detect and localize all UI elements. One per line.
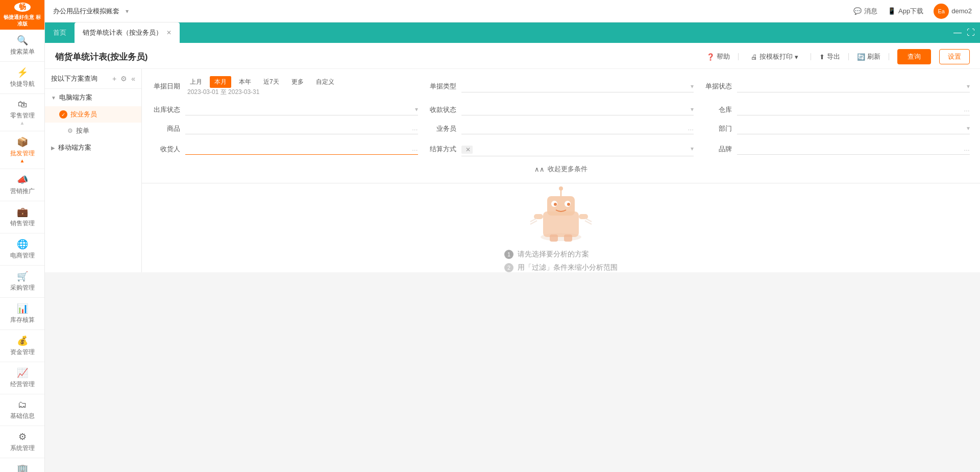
nav-dropdown-icon[interactable]: ▾ <box>126 8 129 15</box>
scheme-collapse-icon[interactable]: « <box>131 75 135 83</box>
tip-text-2: 用「过滤」条件来缩小分析范围 <box>518 263 618 272</box>
settlement-clear-tag: ✕ <box>461 146 473 154</box>
mobile-group[interactable]: ▶ 移动端方案 <box>45 139 141 156</box>
doc-type-control[interactable]: ▾ <box>461 81 694 92</box>
app-download-btn[interactable]: 📱 App下载 <box>888 7 923 16</box>
message-btn[interactable]: 💬 消息 <box>853 7 877 16</box>
warehouse-label: 仓库 <box>704 105 732 114</box>
settings-button[interactable]: 设置 <box>939 49 970 64</box>
scheme-item-label: 按业务员 <box>70 110 97 119</box>
app-download-label: App下载 <box>898 7 923 16</box>
sales-icon: 💼 <box>17 206 28 218</box>
app-logo[interactable]: 畅 畅捷通好生意 标准版 <box>0 0 44 30</box>
scheme-add-icon[interactable]: + <box>112 75 116 83</box>
sidebar-item-label: 销售管理 <box>10 219 35 228</box>
dept-item: 部门 ▾ <box>704 123 970 134</box>
scheme-panel: 按以下方案查询 + ⚙ « ▼ 电脑端方案 ✓ 按业务员 <box>45 69 142 272</box>
tab-sales-stat[interactable]: 销货单统计表（按业务员） ✕ <box>75 22 180 43</box>
avatar: Ea <box>934 4 949 19</box>
svg-point-12 <box>559 186 563 191</box>
refresh-btn[interactable]: 🔄 刷新 <box>857 52 880 61</box>
salesperson-control[interactable]: … <box>461 123 694 134</box>
scheme-panel-header: 按以下方案查询 + ⚙ « <box>45 69 141 89</box>
doc-type-label: 单据类型 <box>428 82 456 91</box>
system-icon: ⚙ <box>18 431 27 442</box>
query-button[interactable]: 查询 <box>897 49 931 64</box>
tab-maximize-icon[interactable]: ⛶ <box>967 28 975 37</box>
salesperson-item: 业务员 … <box>428 123 694 134</box>
salesperson-label: 业务员 <box>428 124 456 133</box>
doc-status-control[interactable]: ▾ <box>737 81 970 92</box>
shopping-icon: 🛍 <box>18 99 27 110</box>
date-btn-7days[interactable]: 近7天 <box>259 76 284 88</box>
brand-label: 品牌 <box>704 145 732 154</box>
desktop-group-header[interactable]: ▼ 电脑端方案 <box>45 89 141 106</box>
tabbar: 首页 销货单统计表（按业务员） ✕ — ⛶ <box>45 22 980 43</box>
sidebar-item-marketing[interactable]: 📣 营销推广 <box>0 169 44 201</box>
sidebar-item-system[interactable]: ⚙ 系统管理 <box>0 426 44 458</box>
date-btn-last-month[interactable]: 上月 <box>185 76 207 88</box>
tab-minimize-icon[interactable]: — <box>953 28 962 37</box>
scheme-settings-icon[interactable]: ⚙ <box>120 75 127 83</box>
desktop-group-arrow: ▼ <box>51 95 56 101</box>
date-btn-this-month[interactable]: 本月 <box>210 76 231 88</box>
collapse-conditions-btn[interactable]: ∧∧ 收起更多条件 <box>152 159 970 176</box>
date-btn-this-year[interactable]: 本年 <box>234 76 256 88</box>
sidebar-item-basic[interactable]: 🗂 基础信息 <box>0 394 44 426</box>
sidebar-item-inventory[interactable]: 📊 库存核算 <box>0 298 44 330</box>
refresh-icon: 🔄 <box>857 53 865 61</box>
date-btn-more[interactable]: 更多 <box>287 76 308 88</box>
sidebar-item-finance[interactable]: 💰 资金管理 <box>0 330 44 362</box>
svg-rect-8 <box>579 214 588 219</box>
scheme-group-desktop: ▼ 电脑端方案 ✓ 按业务员 ⚙ 按单 ▶ 移动端方案 <box>45 89 141 156</box>
sidebar-item-label: 资金管理 <box>10 348 35 357</box>
sidebar-item-wholesale[interactable]: 📦 批发管理 ▲ <box>0 131 44 169</box>
desktop-group-label: 电脑端方案 <box>59 93 92 102</box>
user-name: demo2 <box>951 7 972 15</box>
tip-num-2: 2 <box>504 263 513 272</box>
sidebar-item-purchase[interactable]: 🛒 采购管理 <box>0 266 44 298</box>
export-icon: ⬆ <box>819 53 825 61</box>
warehouse-control[interactable]: … <box>737 104 970 115</box>
topnav: 办公用品行业模拟账套 ▾ 💬 消息 📱 App下载 Ea demo2 <box>45 0 980 22</box>
scheme-item-by-order[interactable]: ⚙ 按单 <box>45 123 141 139</box>
sidebar-item-search[interactable]: 🔍 搜索菜单 <box>0 30 44 62</box>
workspace: 按以下方案查询 + ⚙ « ▼ 电脑端方案 ✓ 按业务员 <box>45 69 980 272</box>
enterprise-icon: 🏢 <box>17 463 28 472</box>
goods-control[interactable]: … <box>185 123 418 134</box>
lightning-icon: ⚡ <box>17 67 28 78</box>
scheme-item-by-salesperson[interactable]: ✓ 按业务员 <box>45 106 141 123</box>
settlement-control[interactable]: ✕ ▾ <box>461 141 694 156</box>
dept-control[interactable]: ▾ <box>737 123 970 134</box>
tab-close-icon[interactable]: ✕ <box>166 29 172 36</box>
user-menu[interactable]: Ea demo2 <box>934 4 972 19</box>
tab-home[interactable]: 首页 <box>45 22 75 43</box>
sidebar-item-sales[interactable]: 💼 销售管理 <box>0 201 44 233</box>
logo-icon: 畅 <box>14 3 31 12</box>
consignee-control[interactable]: … <box>185 143 418 155</box>
sidebar-item-quicknav[interactable]: ⚡ 快捷导航 <box>0 62 44 94</box>
payment-control[interactable]: ▾ <box>461 104 694 115</box>
doc-status-item: 单据状态 ▾ <box>704 76 970 97</box>
consignee-item: 收货人 … <box>152 141 418 156</box>
dept-label: 部门 <box>704 124 732 133</box>
settlement-clear-btn[interactable]: ✕ <box>465 146 471 153</box>
brand-control[interactable]: … <box>737 143 970 155</box>
sidebar-item-enterprise[interactable]: 🏢 企业协同 <box>0 458 44 472</box>
out-status-control[interactable]: ▾ <box>185 104 418 115</box>
sidebar-item-operations[interactable]: 📈 经营管理 <box>0 362 44 394</box>
consignee-more-icon: … <box>412 145 418 152</box>
sidebar-item-label: 快捷导航 <box>10 80 35 88</box>
box-icon: 📦 <box>17 136 28 148</box>
export-btn[interactable]: ⬆ 导出 <box>819 52 840 61</box>
help-btn[interactable]: ❓ 帮助 <box>706 52 730 61</box>
out-status-item: 出库状态 ▾ <box>152 104 418 115</box>
ops-icon: 📈 <box>17 367 28 379</box>
sidebar-item-retail[interactable]: 🛍 零售管理 ▲ <box>0 94 44 131</box>
date-btn-custom[interactable]: 自定义 <box>311 76 339 88</box>
empty-tip-1: 1 请先选择要分析的方案 <box>504 250 618 259</box>
collapse-arrow-up-icon: ∧∧ <box>534 166 545 173</box>
print-template-btn[interactable]: 🖨 按模板打印 ▾ <box>747 50 802 63</box>
tab-sales-stat-label: 销货单统计表（按业务员） <box>83 28 162 37</box>
sidebar-item-ecommerce[interactable]: 🌐 电商管理 <box>0 233 44 266</box>
